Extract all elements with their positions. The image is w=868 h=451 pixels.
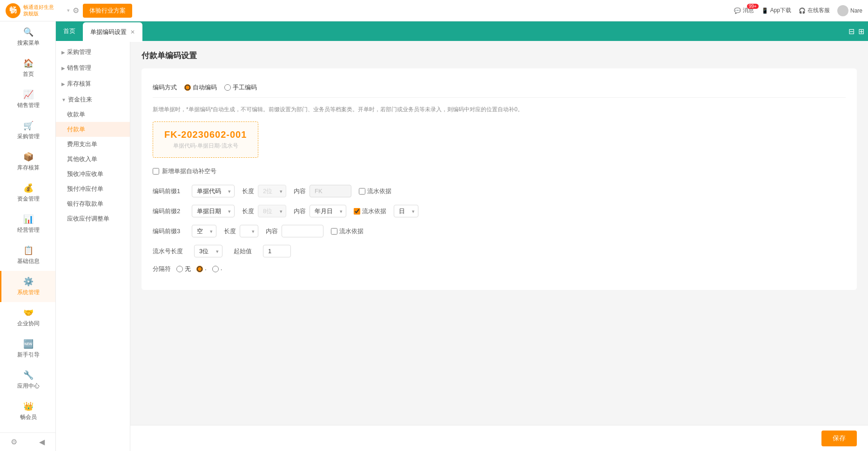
prefix2-label: 编码前缀2	[153, 207, 184, 215]
basic-info-icon: 📋	[23, 245, 34, 256]
sub-group-purchase-header[interactable]: ▶ 采购管理	[56, 45, 130, 60]
tabbar: 首页 单据编码设置 ✕ ⊟ ⊞	[56, 21, 868, 41]
prefix1-select[interactable]: 单据代码	[192, 185, 235, 197]
prefix2-content-select[interactable]: 年月日	[310, 205, 346, 217]
sidebar-item-purchase[interactable]: 🛒 采购管理	[0, 115, 55, 146]
newbie-icon: 🆕	[23, 339, 34, 349]
sidebar-item-enterprise[interactable]: 🤝 企业协同	[0, 302, 55, 333]
sidebar-item-apps[interactable]: 🔧 应用中心	[0, 364, 55, 396]
auto-encode-option[interactable]: 自动编码	[184, 83, 217, 92]
purchase-icon: 🛒	[23, 121, 34, 131]
inventory-icon: 📦	[23, 152, 34, 162]
online-service-btn[interactable]: 🎧 在线客服	[799, 7, 830, 14]
tab-close-btn[interactable]: ✕	[130, 29, 135, 35]
prefix3-serial-check[interactable]: 流水依据	[331, 227, 363, 236]
auto-fill-checkbox[interactable]	[153, 168, 159, 175]
sidebar-item-newbie[interactable]: 🆕 新手引导	[0, 333, 55, 364]
auto-encode-radio[interactable]	[184, 84, 191, 91]
sub-item-expense[interactable]: 费用支出单	[56, 137, 130, 152]
finance-icon: 💰	[23, 183, 34, 193]
tab-expand-btn[interactable]: ⊞	[858, 27, 864, 36]
apps-icon: 🔧	[23, 370, 34, 380]
sub-item-pre-charge[interactable]: 预收冲应收单	[56, 167, 130, 182]
auto-fill-label[interactable]: 新增单据自动补空号	[162, 167, 216, 175]
topbar-center: ▾ ⚙ 体验行业方案	[61, 4, 734, 18]
message-icon: 💬	[734, 7, 741, 14]
sep-dot-label: ·	[205, 266, 207, 273]
tab-home[interactable]: 首页	[56, 21, 83, 41]
preview-box: FK-20230602-001 单据代码-单据日期-流水号	[153, 121, 258, 158]
serial-length-select[interactable]: 3位	[194, 245, 222, 257]
prefix1-serial-check[interactable]: 流水依据	[359, 187, 391, 195]
serial-row: 流水号长度 3位 起始值	[153, 245, 846, 257]
info-text: 新增单据时，*单据编码*自动生成，不可编辑。前缀设置为部门、业务员等档案类。开单…	[153, 105, 846, 114]
sub-group-inventory-header[interactable]: ▶ 库存核算	[56, 76, 130, 91]
topbar-dropdown-arrow[interactable]: ▾	[67, 7, 70, 13]
sub-item-adjust[interactable]: 应收应付调整单	[56, 211, 130, 226]
sidebar-item-home[interactable]: 🏠 首页	[0, 53, 55, 84]
prefix1-serial-checkbox[interactable]	[359, 188, 365, 195]
operations-icon: 📊	[23, 214, 34, 224]
sidebar-bottom: ⚙ ◀	[0, 432, 55, 451]
prefix2-serial-unit-select[interactable]: 日	[394, 205, 418, 217]
manual-encode-radio[interactable]	[224, 84, 231, 91]
serial-start-input[interactable]	[263, 245, 291, 257]
topbar-gear[interactable]: ⚙	[73, 6, 79, 15]
sidebar-item-inventory[interactable]: 📦 库存核算	[0, 146, 55, 177]
sep-dot-radio[interactable]	[196, 266, 203, 272]
user-avatar	[837, 5, 848, 16]
tabbar-right: ⊟ ⊞	[848, 27, 868, 36]
sidebar-item-operations[interactable]: 📊 经营管理	[0, 209, 55, 240]
prefix2-serial-checkbox[interactable]	[354, 208, 360, 215]
prefix3-content-input[interactable]	[282, 225, 323, 237]
sub-item-pre-pay[interactable]: 预付冲应付单	[56, 182, 130, 196]
sub-group-sales-header[interactable]: ▶ 销售管理	[56, 61, 130, 75]
encode-method-label: 编码方式	[153, 83, 177, 92]
serial-length-select-wrap: 3位	[194, 245, 222, 257]
sidebar-collapse-btn[interactable]: ◀	[39, 438, 45, 446]
sep-dot-option[interactable]: ·	[196, 266, 207, 273]
sep-other-radio[interactable]	[212, 266, 219, 272]
sidebar-item-basic-info[interactable]: 📋 基础信息	[0, 240, 55, 271]
user-info[interactable]: Nare	[837, 5, 862, 16]
sidebar-item-system[interactable]: ⚙️ 系统管理	[0, 271, 55, 302]
preview-code: FK-20230602-001	[164, 129, 247, 140]
sidebar-item-search[interactable]: 🔍 搜索菜单	[0, 21, 55, 53]
save-button[interactable]: 保存	[821, 431, 857, 446]
prefix1-length-select: 2位	[258, 185, 286, 197]
sidebar: 🔍 搜索菜单 🏠 首页 📈 销售管理 🛒 采购管理 📦 库存核算 💰 资金管理 …	[0, 21, 56, 451]
sub-item-bank[interactable]: 银行存取款单	[56, 196, 130, 211]
sub-item-other-income[interactable]: 其他收入单	[56, 152, 130, 167]
prefix2-serial-unit-wrap: 日	[394, 205, 418, 217]
sub-item-payment[interactable]: 付款单	[56, 122, 130, 137]
prefix1-select-wrap: 单据代码	[192, 185, 235, 197]
tab-minimize-btn[interactable]: ⊟	[848, 27, 855, 36]
sidebar-settings-btn[interactable]: ⚙	[11, 438, 17, 446]
sidebar-item-finance[interactable]: 💰 资金管理	[0, 177, 55, 209]
sidebar-item-sales[interactable]: 📈 销售管理	[0, 84, 55, 115]
prefix2-select[interactable]: 单据日期	[192, 205, 235, 217]
sidebar-item-member[interactable]: 👑 畅会员	[0, 396, 55, 427]
manual-encode-option[interactable]: 手工编码	[224, 83, 257, 92]
headset-icon: 🎧	[799, 7, 806, 14]
app-download-btn[interactable]: 📱 App下载	[761, 7, 791, 14]
prefix3-serial-checkbox[interactable]	[331, 228, 337, 235]
sep-none-radio[interactable]	[176, 266, 183, 272]
prefix3-select[interactable]: 空	[192, 225, 216, 237]
sep-none-option[interactable]: 无	[176, 265, 191, 273]
layout: 🔍 搜索菜单 🏠 首页 📈 销售管理 🛒 采购管理 📦 库存核算 💰 资金管理 …	[0, 21, 868, 451]
member-icon: 👑	[23, 401, 34, 411]
sub-item-receipt[interactable]: 收款单	[56, 107, 130, 122]
sub-group-funds-header[interactable]: ▼ 资金往来	[56, 92, 130, 107]
sep-other-option[interactable]: ·	[212, 266, 222, 273]
sub-group-funds: ▼ 资金往来 收款单 付款单 费用支出单 其他收入单 预收冲应收单 预付冲应付单…	[56, 92, 130, 226]
tab-encode-settings[interactable]: 单据编码设置 ✕	[83, 22, 142, 42]
message-btn[interactable]: 💬 消息 99+	[734, 7, 754, 14]
prefix3-length-select[interactable]	[240, 225, 258, 237]
prefix1-content-label: 内容	[294, 187, 306, 195]
page-content: 付款单编码设置 编码方式 自动编码	[130, 41, 868, 425]
encode-method-row: 编码方式 自动编码 手工编码	[153, 78, 846, 98]
industry-btn[interactable]: 体验行业方案	[83, 4, 132, 18]
prefix3-length-group: 长度	[224, 225, 258, 237]
prefix2-serial-check[interactable]: 流水依据	[354, 207, 386, 215]
